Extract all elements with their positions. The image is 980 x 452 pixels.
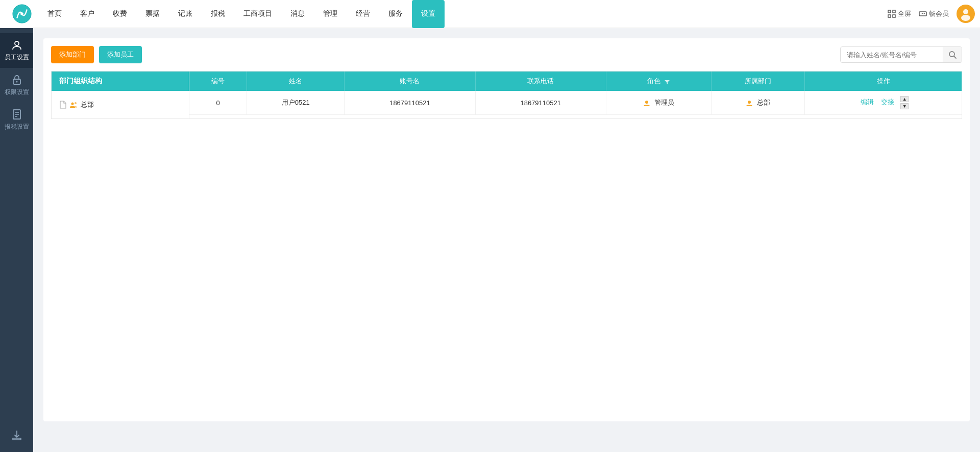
nav-business[interactable]: 工商项目: [234, 0, 281, 28]
dept-tree-header: 部门组织结构: [52, 72, 189, 91]
nav-fee[interactable]: 收费: [104, 0, 136, 28]
col-name: 姓名: [247, 72, 345, 91]
fullscreen-label: 全屏: [898, 9, 911, 18]
doc-icon: [59, 101, 66, 109]
scroll-down[interactable]: ▼: [900, 103, 909, 109]
svg-point-9: [15, 41, 19, 45]
sidebar-employee-label: 员工设置: [5, 53, 29, 62]
search-box: [840, 46, 962, 63]
search-input[interactable]: [841, 47, 943, 62]
employee-table: 编号 姓名 账号名 联系电话 角色 所属部门 操作: [189, 71, 962, 119]
svg-point-8: [961, 15, 970, 21]
sidebar-permission-label: 权限设置: [5, 88, 29, 97]
download-icon: [11, 430, 22, 441]
search-button[interactable]: [943, 47, 962, 62]
table: 编号 姓名 账号名 联系电话 角色 所属部门 操作: [189, 72, 962, 115]
cell-actions: 编辑 交接 ▲ ▼: [805, 91, 962, 115]
dept-tree: 部门组织结构 总部: [51, 71, 189, 119]
cell-account: 18679110521: [345, 91, 475, 115]
role-person-icon: [643, 100, 650, 107]
col-dept: 所属部门: [711, 72, 804, 91]
lock-icon: [11, 74, 22, 85]
svg-point-20: [645, 101, 648, 104]
col-id: 编号: [189, 72, 247, 91]
sidebar-item-permission[interactable]: 权限设置: [0, 68, 33, 103]
nav-right-area: 全屏 畅会员: [888, 5, 975, 23]
dept-name-headquarters: 总部: [81, 100, 94, 109]
sidebar-item-download[interactable]: [0, 423, 33, 447]
vip-label: 畅会员: [929, 9, 949, 18]
svg-point-18: [71, 103, 74, 105]
dept-user-icon: [746, 99, 755, 106]
fullscreen-icon: [888, 10, 896, 18]
table-body: 0 用户0521 18679110521 18679110521: [189, 91, 962, 115]
svg-rect-5: [893, 15, 895, 17]
role-user-icon: [643, 99, 652, 106]
top-navigation: 首页 客户 收费 票据 记账 报税 工商项目 消息 管理 经营 服务 设置 全屏: [0, 0, 980, 28]
col-account: 账号名: [345, 72, 475, 91]
search-icon: [948, 51, 957, 59]
vip-button[interactable]: 畅会员: [919, 9, 949, 18]
scroll-control: ▲ ▼: [900, 96, 909, 109]
nav-settings[interactable]: 设置: [412, 0, 445, 28]
nav-message[interactable]: 消息: [281, 0, 314, 28]
dept-tree-item-headquarters[interactable]: 总部: [57, 96, 184, 113]
sidebar-item-tax[interactable]: 报税设置: [0, 103, 33, 137]
sidebar-tax-label: 报税设置: [5, 123, 29, 131]
table-row: 0 用户0521 18679110521 18679110521: [189, 91, 962, 115]
left-sidebar: 员工设置 权限设置 报税设置: [0, 28, 33, 452]
table-header: 编号 姓名 账号名 联系电话 角色 所属部门 操作: [189, 72, 962, 91]
svg-rect-3: [893, 10, 895, 13]
cell-id: 0: [189, 91, 247, 115]
nav-accounting[interactable]: 记账: [169, 0, 202, 28]
nav-tax[interactable]: 报税: [202, 0, 234, 28]
nav-customer[interactable]: 客户: [71, 0, 104, 28]
col-role: 角色: [606, 72, 711, 91]
main-content: 添加部门 添加员工 部门组织结构: [33, 28, 980, 452]
report-icon: [11, 109, 22, 120]
nav-manage[interactable]: 管理: [314, 0, 347, 28]
col-action: 操作: [805, 72, 962, 91]
svg-point-11: [16, 81, 17, 83]
dept-person-icon: [746, 100, 753, 107]
dept-text: 总部: [757, 99, 770, 106]
nav-bill[interactable]: 票据: [136, 0, 169, 28]
fullscreen-button[interactable]: 全屏: [888, 9, 911, 18]
toolbar: 添加部门 添加员工: [51, 46, 962, 63]
transfer-button[interactable]: 交接: [881, 98, 894, 106]
person-icon: [11, 39, 22, 51]
nav-home[interactable]: 首页: [38, 0, 71, 28]
svg-point-19: [75, 102, 77, 104]
scroll-up[interactable]: ▲: [900, 96, 909, 102]
user-avatar[interactable]: [957, 5, 975, 23]
svg-point-21: [748, 101, 751, 104]
main-nav: 首页 客户 收费 票据 记账 报税 工商项目 消息 管理 经营 服务 设置: [38, 0, 888, 28]
nav-service[interactable]: 服务: [379, 0, 412, 28]
nav-operation[interactable]: 经营: [347, 0, 379, 28]
svg-line-17: [954, 56, 956, 58]
dept-tree-body: 总部: [52, 91, 189, 118]
app-logo: [5, 4, 38, 23]
cell-phone: 18679110521: [475, 91, 606, 115]
employee-layout: 部门组织结构 总部: [51, 71, 962, 119]
svg-point-7: [963, 9, 968, 14]
edit-button[interactable]: 编辑: [861, 98, 874, 106]
svg-rect-2: [888, 10, 891, 13]
svg-rect-4: [888, 15, 891, 17]
add-dept-button[interactable]: 添加部门: [51, 46, 94, 63]
user-group-icon: [69, 101, 78, 109]
cell-dept: 总部: [711, 91, 804, 115]
avatar-icon: [959, 7, 973, 21]
role-text: 管理员: [654, 99, 674, 106]
cell-role: 管理员: [606, 91, 711, 115]
cell-name: 用户0521: [247, 91, 345, 115]
svg-point-1: [20, 12, 23, 15]
sidebar-item-employee[interactable]: 员工设置: [0, 33, 33, 68]
content-card: 添加部门 添加员工 部门组织结构: [43, 38, 970, 421]
filter-icon: [664, 79, 670, 85]
col-phone: 联系电话: [475, 72, 606, 91]
vip-icon: [919, 10, 927, 18]
add-employee-button[interactable]: 添加员工: [99, 46, 142, 63]
